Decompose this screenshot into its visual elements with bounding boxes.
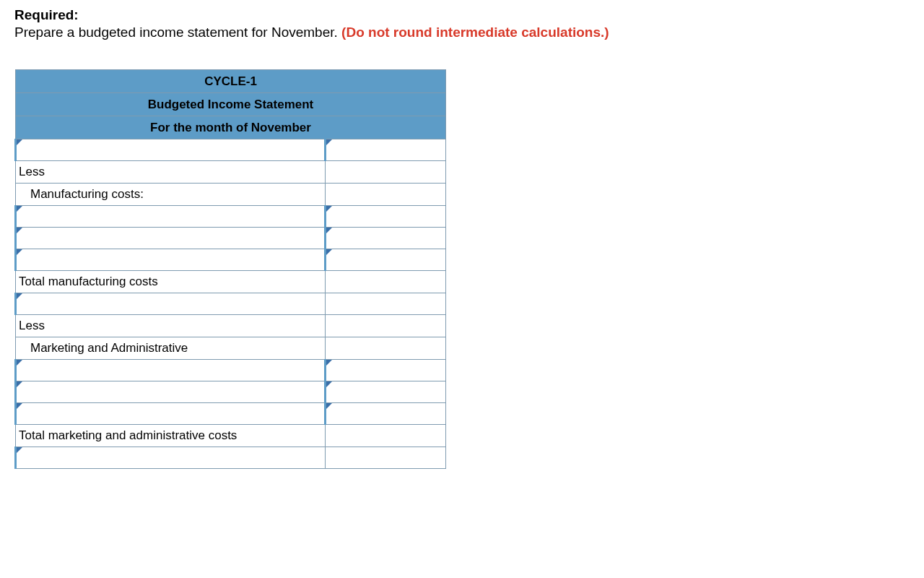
row-1-value-input[interactable] — [325, 139, 445, 161]
dropdown-icon — [17, 403, 22, 409]
dropdown-icon — [326, 360, 332, 366]
required-label: Required: — [14, 7, 910, 23]
manuf-row-2-value-field[interactable] — [326, 228, 445, 249]
final-row-value — [325, 447, 445, 469]
mkt-row-1-value[interactable] — [325, 360, 445, 381]
dropdown-icon — [326, 139, 332, 145]
instruction-text: Prepare a budgeted income statement for … — [14, 25, 910, 40]
mkt-row-1-label-field[interactable] — [17, 361, 324, 381]
manuf-row-1-label[interactable] — [16, 206, 326, 228]
mkt-row-3-value[interactable] — [325, 403, 445, 425]
table-title-1: CYCLE-1 — [16, 70, 446, 93]
mkt-row-3-value-field[interactable] — [326, 404, 445, 424]
dropdown-icon — [17, 360, 22, 366]
total-manuf-value — [325, 271, 445, 293]
income-statement-table: CYCLE-1 Budgeted Income Statement For th… — [14, 69, 446, 469]
dropdown-icon — [17, 381, 22, 387]
row-1-value-field[interactable] — [326, 140, 445, 160]
dropdown-icon — [326, 249, 332, 255]
post-manuf-row-value — [325, 293, 445, 315]
dropdown-icon — [17, 139, 22, 145]
less-label-1: Less — [16, 161, 325, 183]
table-title-2: Budgeted Income Statement — [16, 93, 446, 116]
mkt-row-1-value-field[interactable] — [326, 361, 445, 381]
manuf-row-2-label[interactable] — [16, 228, 326, 249]
manuf-row-1-value-field[interactable] — [326, 207, 445, 227]
dropdown-icon — [326, 228, 332, 233]
mkt-row-2-label-field[interactable] — [17, 382, 324, 402]
dropdown-icon — [326, 381, 332, 387]
dropdown-icon — [17, 206, 22, 212]
dropdown-icon — [17, 249, 22, 255]
manuf-row-3-value-field[interactable] — [326, 250, 445, 270]
manuf-row-3-label[interactable] — [16, 249, 326, 271]
dropdown-icon — [17, 293, 22, 299]
instruction-plain: Prepare a budgeted income statement for … — [14, 25, 341, 40]
dropdown-icon — [326, 206, 332, 212]
mkt-row-1-label[interactable] — [16, 360, 326, 381]
dropdown-icon — [17, 447, 22, 453]
manuf-row-2-label-field[interactable] — [17, 228, 324, 249]
row-1-label-field[interactable] — [17, 140, 324, 160]
final-row-label-field[interactable] — [17, 448, 325, 468]
mkt-row-3-label[interactable] — [16, 403, 326, 425]
table-title-3: For the month of November — [16, 116, 446, 139]
dropdown-icon — [326, 403, 332, 409]
mkt-row-2-label[interactable] — [16, 381, 326, 403]
less-label-2: Less — [16, 315, 325, 337]
less-2-value — [325, 315, 445, 337]
less-1-value — [325, 161, 445, 184]
instruction-red: (Do not round intermediate calculations.… — [341, 25, 609, 40]
mkt-row-2-value-field[interactable] — [326, 382, 445, 402]
total-manuf-label: Total manufacturing costs — [16, 271, 325, 293]
post-manuf-label-field[interactable] — [17, 294, 325, 314]
post-manuf-row-label[interactable] — [16, 293, 326, 315]
manuf-row-3-value[interactable] — [325, 249, 445, 271]
final-row-label[interactable] — [16, 447, 326, 469]
dropdown-icon — [17, 228, 22, 233]
marketing-admin-label: Marketing and Administrative — [16, 337, 325, 359]
manuf-row-2-value[interactable] — [325, 228, 445, 249]
total-marketing-label: Total marketing and administrative costs — [16, 425, 325, 447]
row-1-label-input[interactable] — [16, 139, 326, 161]
mkt-row-3-label-field[interactable] — [17, 404, 324, 424]
manufacturing-costs-value — [325, 184, 445, 206]
total-marketing-value — [325, 425, 445, 447]
manuf-row-3-label-field[interactable] — [17, 250, 324, 270]
manuf-row-1-label-field[interactable] — [17, 207, 324, 227]
manuf-row-1-value[interactable] — [325, 206, 445, 228]
mkt-row-2-value[interactable] — [325, 381, 445, 403]
manufacturing-costs-label: Manufacturing costs: — [16, 184, 325, 205]
marketing-admin-value — [325, 337, 445, 360]
